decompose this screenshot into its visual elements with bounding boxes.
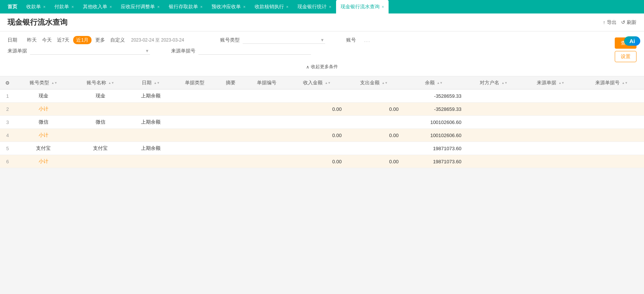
cell-counterpart (465, 129, 522, 142)
shortcut-yesterday[interactable]: 昨天 (26, 36, 38, 44)
nav-item-prepay-offset[interactable]: 预收冲应收单 × (207, 0, 250, 13)
cell-income: 0.00 (288, 155, 345, 168)
shortcut-7days[interactable]: 近7天 (56, 36, 71, 44)
col-source-doc-no[interactable]: 来源单据号 ▲▼ (579, 76, 644, 90)
cell-account-name: 现金 (72, 90, 129, 103)
nav-prepay-close[interactable]: × (243, 4, 245, 9)
source-doc-filter-group: 来源单据 ▾ (8, 47, 150, 55)
nav-item-cash-stat[interactable]: 现金银行统计 × (293, 0, 336, 13)
nav-item-cash-flow[interactable]: 现金银行流水查询 × (336, 0, 389, 13)
shortcut-1month[interactable]: 近1月 (73, 36, 92, 44)
col-source-doc[interactable]: 来源单据 ▲▼ (522, 76, 579, 90)
col-account-type-label: 账号类型 (30, 80, 49, 85)
cell-summary (217, 155, 245, 168)
nav-cash-stat-close[interactable]: × (329, 4, 331, 9)
date-label: 日期 (8, 37, 23, 43)
nav-verify-close[interactable]: × (286, 4, 288, 9)
cell-account-name (72, 129, 129, 142)
cell-account-type: 小计 (15, 129, 72, 142)
header-actions: ↑ 导出 ↺ 刷新 (603, 19, 637, 26)
cell-date (129, 129, 173, 142)
sort-balance-icon: ▲▼ (437, 82, 443, 85)
cell-source-doc (522, 90, 579, 103)
filter-row-1: 日期 昨天 今天 近7天 近1月 更多 自定义 2023-02-24 至 202… (8, 36, 607, 44)
date-shortcuts: 昨天 今天 近7天 近1月 更多 自定义 (26, 36, 126, 44)
sort-source-doc-icon: ▲▼ (558, 82, 564, 85)
source-doc-select[interactable]: ▾ (30, 47, 150, 55)
cell-counterpart (465, 155, 522, 168)
cell-counterpart (465, 142, 522, 155)
cell-source-doc-no (579, 129, 644, 142)
cell-balance: 19871073.60 (402, 142, 465, 155)
row-number: 6 (0, 155, 15, 168)
cell-source-doc (522, 116, 579, 129)
nav-other-income-label: 其他收入单 (83, 3, 107, 10)
col-date[interactable]: 日期 ▲▼ (129, 76, 173, 90)
col-income-label: 收入金额 (303, 80, 323, 85)
shortcut-today[interactable]: 今天 (41, 36, 53, 44)
cell-source-doc-no (579, 103, 644, 116)
nav-item-receipt[interactable]: 收款单 × (22, 0, 50, 13)
cell-expense: 0.00 (345, 103, 402, 116)
col-expense[interactable]: 支出金额 ▲▼ (345, 76, 402, 90)
col-gear[interactable]: ⚙ (0, 76, 15, 90)
nav-verify-label: 收款核销执行 (255, 3, 284, 10)
source-doc-no-input[interactable] (198, 47, 311, 55)
col-balance[interactable]: 余额 ▲▼ (402, 76, 465, 90)
col-doc-type: 单据类型 (173, 76, 217, 90)
account-more-dots[interactable]: ... (364, 37, 371, 43)
col-doc-no: 单据编号 (245, 76, 288, 90)
table-row: 1现金现金上期余额-3528659.33 (0, 90, 644, 103)
col-source-doc-label: 来源单据 (537, 80, 556, 85)
nav-item-bank-deposit[interactable]: 银行存取款单 × (164, 0, 207, 13)
nav-item-other-income[interactable]: 其他收入单 × (78, 0, 116, 13)
nav-cash-flow-close[interactable]: × (382, 4, 384, 9)
nav-item-verify-exec[interactable]: 收款核销执行 × (250, 0, 293, 13)
cell-account-type: 小计 (15, 155, 72, 168)
cell-account-type: 支付宝 (15, 142, 72, 155)
cell-date (129, 103, 173, 116)
nav-ar-ap-close[interactable]: × (157, 4, 159, 9)
collapse-arrow-icon: ∧ (306, 64, 309, 70)
export-button[interactable]: ↑ 导出 (603, 19, 617, 26)
nav-item-payment[interactable]: 付款单 × (50, 0, 78, 13)
refresh-button[interactable]: ↺ 刷新 (621, 19, 636, 26)
cell-balance: -3528659.33 (402, 90, 465, 103)
cell-source-doc (522, 103, 579, 116)
nav-payment-close[interactable]: × (71, 4, 74, 9)
col-account-type[interactable]: 账号类型 ▲▼ (15, 76, 72, 90)
col-income[interactable]: 收入金额 ▲▼ (288, 76, 345, 90)
collapse-label: 收起更多条件 (311, 64, 338, 70)
account-type-filter-group: 账号类型 ▾ (220, 36, 325, 44)
cell-income (288, 142, 345, 155)
nav-receipt-close[interactable]: × (43, 4, 45, 9)
cell-date (129, 155, 173, 168)
sort-date-icon: ▲▼ (154, 82, 160, 85)
col-expense-label: 支出金额 (360, 80, 380, 85)
account-type-select[interactable]: ▾ (243, 36, 325, 44)
account-filter-group: 账号 ... (346, 37, 371, 43)
col-counterpart-label: 对方户名 (480, 80, 499, 85)
nav-item-home[interactable]: 首页 (3, 0, 22, 13)
nav-bank-deposit-close[interactable]: × (200, 4, 203, 9)
cell-account-name: 支付宝 (72, 142, 129, 155)
nav-item-ar-ap-adjust[interactable]: 应收应付调整单 × (116, 0, 164, 13)
col-account-name[interactable]: 账号名称 ▲▼ (72, 76, 129, 90)
cell-doc-no (245, 142, 288, 155)
shortcut-more[interactable]: 更多 (94, 36, 107, 44)
collapse-bar[interactable]: ∧ 收起更多条件 (8, 62, 636, 73)
cell-doc-type (173, 142, 217, 155)
settings-button[interactable]: 设置 (615, 51, 636, 62)
source-doc-label: 来源单据 (8, 48, 27, 54)
nav-other-income-close[interactable]: × (110, 4, 112, 9)
col-counterpart[interactable]: 对方户名 ▲▼ (465, 76, 522, 90)
cell-summary (217, 129, 245, 142)
cell-doc-type (173, 129, 217, 142)
nav-payment-label: 付款单 (54, 3, 69, 10)
shortcut-custom[interactable]: 自定义 (109, 36, 126, 44)
ai-badge[interactable]: Ai (624, 36, 640, 46)
cell-expense (345, 116, 402, 129)
row-number: 3 (0, 116, 15, 129)
account-type-chevron-icon: ▾ (321, 37, 324, 43)
nav-bank-deposit-label: 银行存取款单 (169, 3, 198, 10)
